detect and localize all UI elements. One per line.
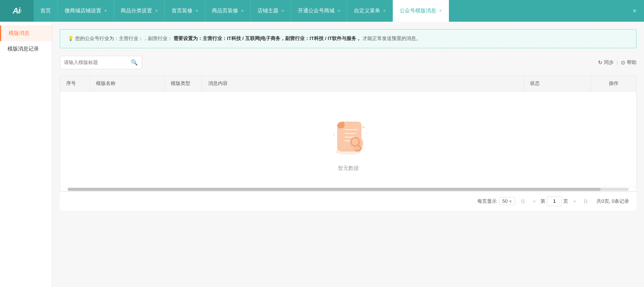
pipe-divider: | — [617, 59, 618, 65]
page-number-input[interactable] — [547, 196, 562, 206]
search-input[interactable] — [64, 59, 131, 65]
page-size-dropdown[interactable]: 50 ∨ — [499, 197, 515, 205]
nav-item-template-msg[interactable]: 公众号模版消息× — [393, 0, 449, 22]
nav-close-micro-shop[interactable]: × — [104, 8, 107, 13]
page-prefix: 第 — [540, 198, 545, 205]
app-logo: Aii — [0, 0, 34, 22]
search-icon[interactable]: 🔍 — [131, 59, 138, 66]
nav-item-custom-menu[interactable]: 自定义菜单× — [347, 0, 393, 22]
sidebar: 模版消息模版消息记录 — [0, 22, 52, 287]
notice-icon: 💡 — [68, 36, 74, 41]
svg-point-9 — [366, 132, 367, 134]
help-label: 帮助 — [627, 59, 637, 66]
svg-point-8 — [362, 126, 364, 128]
total-info: 共0页, 0条记录 — [597, 198, 629, 205]
svg-rect-2 — [345, 133, 356, 134]
help-icon: ⊙ — [621, 59, 625, 65]
nav-item-home-decor[interactable]: 首页装修× — [165, 0, 205, 22]
search-input-wrap: 🔍 — [60, 56, 142, 69]
prev-page-button[interactable]: ＜ — [529, 196, 539, 206]
horizontal-scrollbar[interactable] — [60, 187, 636, 191]
page-unit: 页 — [563, 198, 568, 205]
notice-box: 💡 您的公众号行业为：主营行业：，副营行业： 需要设置为：主营行业：IT科技 /… — [60, 29, 637, 48]
chevron-down-icon: ∨ — [509, 199, 512, 203]
nav-item-store-theme[interactable]: 店铺主题× — [251, 0, 291, 22]
sidebar-item-template-msg[interactable]: 模版消息 — [0, 25, 52, 41]
notice-suffix: 才能正常发送预置的消息。 — [363, 36, 421, 41]
empty-text: 暂无数据 — [338, 165, 359, 172]
last-page-button[interactable]: ⟩⟩ — [581, 196, 591, 206]
sidebar-item-template-record[interactable]: 模版消息记录 — [0, 41, 52, 57]
page-size-value: 50 — [502, 198, 508, 204]
nav-close-product-page[interactable]: × — [241, 8, 244, 13]
nav-close-product-category[interactable]: × — [155, 8, 158, 13]
col-header-action: 操作 — [591, 76, 636, 91]
next-page-button[interactable]: ＞ — [570, 196, 579, 206]
sync-button[interactable]: ↻ 同步 — [598, 59, 614, 66]
notice-highlight: 需要设置为：主营行业：IT科技 / 互联网|电子商务，副营行业：IT科技 / I… — [173, 36, 361, 41]
nav-item-home[interactable]: 首页 — [34, 0, 58, 22]
data-table: 序号 模版名称 模版类型 消息内容 状态 操作 — [60, 75, 637, 192]
nav-item-micro-shop[interactable]: 微商城店铺设置× — [58, 0, 114, 22]
table-header: 序号 模版名称 模版类型 消息内容 状态 操作 — [60, 76, 636, 92]
pagination: 每页显示 50 ∨ ⟨⟨ ＜ 第 页 ＞ ⟩⟩ 共0页, 0条记录 — [60, 192, 637, 211]
svg-rect-1 — [345, 129, 358, 130]
main-layout: 模版消息模版消息记录 💡 您的公众号行业为：主营行业：，副营行业： 需要设置为：… — [0, 22, 644, 287]
nav-item-open-mall[interactable]: 开通公众号商城× — [291, 0, 347, 22]
page-navigation: ⟨⟨ ＜ 第 页 ＞ ⟩⟩ — [518, 196, 591, 206]
help-button[interactable]: ⊙ 帮助 — [621, 59, 637, 66]
close-all-button[interactable]: × — [625, 7, 644, 15]
first-page-button[interactable]: ⟨⟨ — [518, 196, 528, 206]
top-nav: Aii 首页微商城店铺设置×商品分类设置×首页装修×商品页装修×店铺主题×开通公… — [0, 0, 644, 22]
nav-close-home-decor[interactable]: × — [195, 8, 198, 13]
nav-item-product-category[interactable]: 商品分类设置× — [114, 0, 165, 22]
svg-point-10 — [333, 134, 335, 135]
col-header-status: 状态 — [524, 76, 591, 91]
page-size-selector: 每页显示 50 ∨ — [477, 197, 515, 205]
main-content: 💡 您的公众号行业为：主营行业：，副营行业： 需要设置为：主营行业：IT科技 /… — [52, 22, 644, 287]
search-bar: 🔍 ↻ 同步 | ⊙ 帮助 — [60, 56, 637, 69]
col-header-name: 模版名称 — [90, 76, 165, 91]
sync-label: 同步 — [604, 59, 614, 66]
sync-icon: ↻ — [598, 59, 603, 65]
col-header-type: 模版类型 — [165, 76, 202, 91]
nav-close-store-theme[interactable]: × — [281, 8, 284, 13]
col-header-content: 消息内容 — [202, 76, 524, 91]
nav-close-template-msg[interactable]: × — [439, 8, 442, 13]
notice-prefix: 您的公众号行业为：主营行业：，副营行业： — [75, 36, 172, 41]
nav-close-custom-menu[interactable]: × — [383, 8, 386, 13]
nav-close-open-mall[interactable]: × — [338, 8, 340, 13]
sync-help-area: ↻ 同步 | ⊙ 帮助 — [598, 59, 637, 66]
empty-state: 暂无数据 — [60, 92, 636, 187]
empty-illustration — [326, 114, 371, 159]
nav-item-product-page[interactable]: 商品页装修× — [205, 0, 251, 22]
col-header-seq: 序号 — [60, 76, 90, 91]
page-size-label: 每页显示 — [477, 198, 497, 205]
